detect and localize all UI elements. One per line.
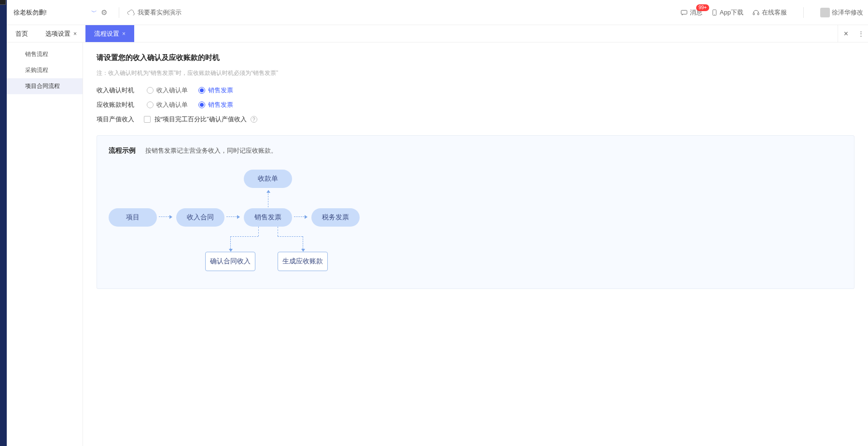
- divider: [119, 7, 119, 18]
- demo-link-label: 我要看实例演示: [138, 8, 182, 17]
- node-project: 项目: [109, 208, 157, 227]
- cloud-icon: [127, 9, 135, 16]
- row-income-confirm: 收入确认时机 收入确认单 销售发票: [97, 86, 854, 95]
- divider: [803, 7, 804, 18]
- left-rail: [0, 0, 7, 446]
- sidebar-item-sales[interactable]: 销售流程: [7, 46, 83, 62]
- support-label: 在线客服: [762, 8, 787, 17]
- radio-income-confirm-order[interactable]: 收入确认单: [147, 86, 188, 95]
- node-sales-invoice: 销售发票: [244, 208, 292, 227]
- checkbox-project-value[interactable]: [144, 116, 151, 123]
- company-selector[interactable]: 徐老板勿删! ﹀ ⚙: [10, 5, 111, 20]
- row-label: 项目产值收入: [97, 115, 140, 124]
- messages-badge: 99+: [696, 4, 709, 11]
- flow-description: 按销售发票记主营业务收入，同时记应收账款。: [145, 146, 277, 155]
- svg-rect-0: [681, 10, 687, 14]
- sidebar-item-contract[interactable]: 项目合同流程: [7, 78, 83, 94]
- checkbox-label: 按“项目完工百分比”确认产值收入: [154, 115, 247, 124]
- svg-rect-4: [757, 13, 759, 14]
- row-receivable: 应收账款时机 收入确认单 销售发票: [97, 101, 854, 109]
- radio-label: 收入确认单: [156, 86, 188, 95]
- radio-label: 销售发票: [208, 101, 233, 109]
- radio-icon: [147, 87, 154, 94]
- app-download-link[interactable]: App下载: [711, 8, 743, 17]
- radio-receivable-sales-invoice[interactable]: 销售发票: [198, 101, 233, 109]
- user-name-label: 徐泽华修改: [832, 8, 863, 17]
- tab-flow[interactable]: 流程设置 ×: [85, 25, 134, 42]
- tab-label: 选项设置: [45, 29, 70, 38]
- tab-home[interactable]: 首页: [7, 25, 37, 42]
- headset-icon: [752, 9, 760, 16]
- company-name: 徐老板勿删!: [14, 8, 88, 17]
- flow-title: 流程示例: [109, 146, 136, 155]
- gear-icon[interactable]: ⚙: [101, 8, 107, 17]
- radio-icon: [198, 101, 205, 108]
- page-note: 注：收入确认时机为“销售发票”时，应收账款确认时机必须为“销售发票”: [97, 69, 854, 77]
- help-icon[interactable]: ?: [251, 116, 257, 123]
- node-gen-receivable: 生成应收账款: [278, 252, 328, 271]
- node-tax-invoice: 税务发票: [311, 208, 360, 227]
- sidebar-item-purchase[interactable]: 采购流程: [7, 62, 83, 78]
- tab-label: 首页: [15, 29, 28, 38]
- flow-example-panel: 流程示例 按销售发票记主营业务收入，同时记应收账款。 项目 收入合同 销售发票 …: [97, 135, 854, 289]
- row-label: 收入确认时机: [97, 86, 140, 95]
- svg-rect-3: [753, 13, 755, 14]
- tabs-bar: 首页 选项设置 × 流程设置 × × ⋮: [7, 25, 868, 43]
- page-title: 请设置您的收入确认及应收账款的时机: [97, 53, 854, 62]
- radio-icon: [198, 87, 205, 94]
- close-icon[interactable]: ×: [73, 30, 77, 37]
- messages-link[interactable]: 消息 99+: [680, 8, 702, 17]
- row-label: 应收账款时机: [97, 101, 140, 109]
- topbar: 徐老板勿删! ﹀ ⚙ 我要看实例演示 消息 99+ App下载: [7, 0, 868, 25]
- tabs-close-all[interactable]: ×: [838, 25, 854, 42]
- radio-income-sales-invoice[interactable]: 销售发票: [198, 86, 233, 95]
- app-download-label: App下载: [720, 8, 743, 17]
- demo-link[interactable]: 我要看实例演示: [127, 8, 182, 17]
- user-menu[interactable]: 徐泽华修改: [820, 8, 863, 17]
- node-income-contract: 收入合同: [176, 208, 224, 227]
- radio-receivable-confirm-order[interactable]: 收入确认单: [147, 101, 188, 109]
- radio-label: 收入确认单: [156, 101, 188, 109]
- tabs-more-icon[interactable]: ⋮: [854, 25, 868, 42]
- support-link[interactable]: 在线客服: [752, 8, 787, 17]
- radio-icon: [147, 101, 154, 108]
- content-area: 请设置您的收入确认及应收账款的时机 注：收入确认时机为“销售发票”时，应收账款确…: [83, 43, 868, 446]
- avatar-icon: [820, 8, 830, 17]
- tab-options[interactable]: 选项设置 ×: [37, 25, 85, 42]
- tab-label: 流程设置: [94, 29, 119, 38]
- message-icon: [680, 9, 688, 16]
- chevron-down-icon: ﹀: [91, 8, 97, 16]
- radio-label: 销售发票: [208, 86, 233, 95]
- row-project-value: 项目产值收入 按“项目完工百分比”确认产值收入 ?: [97, 115, 854, 124]
- node-confirm-income: 确认合同收入: [205, 252, 255, 271]
- node-receipt: 收款单: [244, 170, 292, 188]
- phone-icon: [711, 9, 718, 16]
- close-icon[interactable]: ×: [122, 30, 126, 37]
- sidebar: 销售流程 采购流程 项目合同流程: [7, 43, 83, 446]
- flow-diagram: 项目 收入合同 销售发票 税务发票 收款单 确认合同收入 生成应收账款: [109, 165, 842, 271]
